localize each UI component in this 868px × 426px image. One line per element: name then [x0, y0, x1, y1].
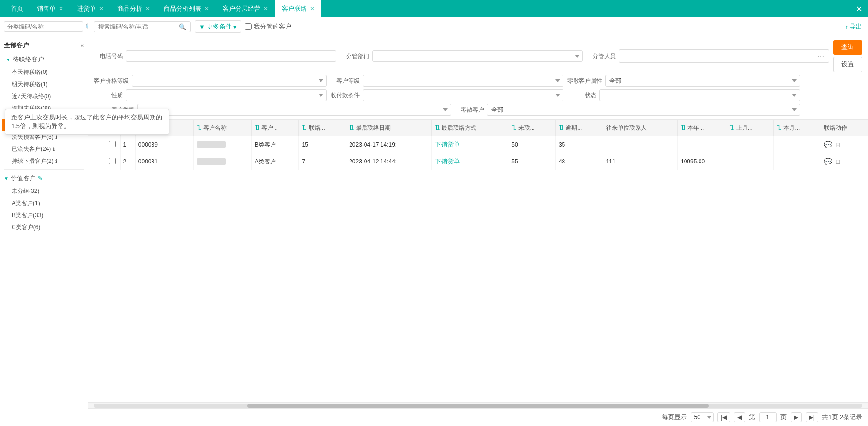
col-sort-method[interactable]: ⇅	[435, 124, 440, 131]
row-method-link-0[interactable]: 下销货单	[435, 141, 460, 148]
col-sort-last-month[interactable]: ⇅	[729, 124, 734, 131]
action-chat-1[interactable]: 💬	[824, 158, 832, 165]
row-check-0	[106, 136, 120, 153]
sidebar-item-today[interactable]: 今天待联络(0)	[0, 66, 88, 78]
sidebar-item-tomorrow[interactable]: 明天待联络(1)	[0, 78, 88, 90]
payment-select[interactable]	[363, 89, 563, 101]
sidebar-item-b-class[interactable]: B类客户(33)	[0, 209, 88, 221]
col-sort-name[interactable]: ⇅	[197, 124, 202, 131]
payment-label: 收付款条件	[331, 91, 360, 100]
col-sort-this-year[interactable]: ⇅	[681, 124, 686, 131]
th-category[interactable]: ⇅ 客户...	[251, 120, 299, 136]
th-this-year[interactable]: ⇅ 本年...	[678, 120, 726, 136]
close-customer-seg-tab[interactable]: ✕	[263, 5, 268, 12]
retail-customer-select[interactable]: 全部	[487, 104, 800, 116]
nav-purchase[interactable]: 进货单 ✕	[70, 0, 110, 17]
more-conditions-button[interactable]: ▼ 更多条件 ▾	[195, 20, 241, 33]
nav-sales[interactable]: 销售单 ✕	[30, 0, 70, 17]
customer-grade-label: 客户等级	[331, 77, 360, 85]
th-contact[interactable]: ⇅ 联络...	[299, 120, 346, 136]
sidebar-pending-contact-section[interactable]: ▼ 待联络客户	[0, 53, 88, 66]
retail-attr-field: 零散客户属性 全部	[567, 75, 800, 87]
th-name[interactable]: ⇅ 客户名称	[193, 120, 251, 136]
col-sort-category[interactable]: ⇅	[255, 124, 260, 131]
info-icon-4: ℹ	[55, 158, 57, 164]
sidebar-item-c-class[interactable]: C类客户(6)	[0, 221, 88, 234]
settings-button[interactable]: 设置	[833, 57, 862, 72]
row-checkbox-0[interactable]	[109, 141, 116, 147]
th-action: 联络动作	[821, 120, 868, 136]
action-chat-0[interactable]: 💬	[824, 141, 832, 148]
sidebar-search-input[interactable]	[4, 21, 83, 32]
sidebar-item-7days[interactable]: 近7天待联络(0)	[0, 90, 88, 103]
export-button[interactable]: ↑ 导出	[845, 22, 863, 31]
person-input-wrap[interactable]: ···	[619, 49, 829, 63]
action-grid-1[interactable]: ⊞	[835, 158, 841, 165]
th-this-month[interactable]: ⇅ 本月...	[774, 120, 821, 136]
th-last-contact-date[interactable]: ⇅ 最后联络日期	[346, 120, 432, 136]
nav-customer-contact[interactable]: 客户联络 ✕	[275, 0, 321, 17]
th-uncontacted[interactable]: ⇅ 未联...	[508, 120, 556, 136]
nav-analysis[interactable]: 商品分析 ✕	[110, 0, 157, 17]
sidebar-item-a-class[interactable]: A类客户(1)	[0, 197, 88, 209]
status-select[interactable]	[599, 89, 800, 101]
sidebar-all-customers[interactable]: 全部客户 «	[0, 38, 88, 53]
row-name-0	[193, 136, 251, 153]
query-button[interactable]: 查询	[833, 40, 862, 55]
horizontal-scrollbar[interactable]	[88, 402, 868, 408]
customer-grade-select[interactable]	[363, 75, 563, 87]
col-sort-this-month[interactable]: ⇅	[777, 124, 782, 131]
close-purchase-tab[interactable]: ✕	[99, 5, 104, 12]
adv-filter-panel: 电话号码 分管部门 分管人员 ··· 查询	[88, 36, 868, 120]
th-unit-contact[interactable]: 往来单位联系人	[603, 120, 677, 136]
sidebar-collapse-btn[interactable]: «	[81, 43, 84, 48]
sidebar-item-declining[interactable]: 持续下滑客户(2) ℹ	[0, 155, 88, 167]
dept-select[interactable]	[372, 50, 583, 62]
last-page-button[interactable]: ▶|	[806, 412, 818, 422]
row-method-link-1[interactable]: 下销货单	[435, 158, 460, 165]
customer-type-select[interactable]	[137, 104, 451, 116]
value-customer-edit-icon[interactable]: ✎	[38, 175, 43, 182]
col-sort-uncontacted[interactable]: ⇅	[511, 124, 517, 131]
table-row: 1 000039 B类客户 15 2023-04-17 14:19: 下销货单 …	[88, 136, 868, 153]
payment-field: 收付款条件	[331, 89, 563, 101]
table-area[interactable]: ⚙ ⇅ 客户编码 ⇅ 客户名称 ⇅ 客户...	[88, 120, 868, 402]
phone-input[interactable]	[126, 50, 336, 62]
close-analysis-list-tab[interactable]: ✕	[204, 5, 209, 12]
nav-home[interactable]: 首页	[4, 0, 30, 17]
nav-customer-seg[interactable]: 客户分层经营 ✕	[216, 0, 275, 17]
nav-analysis-list[interactable]: 商品分析列表 ✕	[157, 0, 216, 17]
sidebar-item-churned[interactable]: 已流失客户(24) ℹ	[0, 143, 88, 155]
next-page-button[interactable]: ▶	[791, 412, 802, 422]
my-customer-checkbox-label[interactable]: 我分管的客户	[245, 22, 291, 31]
th-last-month[interactable]: ⇅ 上月...	[726, 120, 774, 136]
first-page-button[interactable]: |◀	[717, 412, 730, 422]
row-unit-contact-1: 111	[603, 153, 677, 170]
close-customer-contact-tab[interactable]: ✕	[310, 5, 315, 12]
col-sort-overdue[interactable]: ⇅	[559, 124, 564, 131]
per-page-select[interactable]: 10 20 50 100	[691, 412, 714, 422]
row-checkbox-1[interactable]	[109, 158, 116, 164]
th-overdue[interactable]: ⇅ 逾期...	[555, 120, 603, 136]
search-main-input[interactable]	[98, 23, 179, 30]
gender-select[interactable]	[126, 89, 327, 101]
action-grid-0[interactable]: ⊞	[835, 141, 841, 148]
pending-contact-label: 待联络客户	[13, 55, 44, 64]
window-close-button[interactable]: ✕	[856, 4, 862, 14]
retail-attr-select[interactable]: 全部	[605, 75, 800, 87]
sidebar-value-customer-section[interactable]: ▼ 价值客户 ✎	[0, 172, 88, 185]
sidebar-item-ungroups[interactable]: 未分组(32)	[0, 185, 88, 197]
status-label: 状态	[567, 91, 596, 100]
close-sales-tab[interactable]: ✕	[59, 5, 63, 12]
person-dots-icon: ···	[817, 52, 825, 60]
th-last-contact-method[interactable]: ⇅ 最后联络方式	[432, 120, 508, 136]
price-grade-select[interactable]	[132, 75, 327, 87]
page-input[interactable]	[759, 412, 777, 422]
search-main-icon[interactable]: 🔍	[179, 23, 186, 30]
col-sort-contact[interactable]: ⇅	[302, 124, 307, 131]
my-customer-checkbox[interactable]	[245, 23, 252, 30]
close-analysis-tab[interactable]: ✕	[145, 5, 150, 12]
col-sort-date[interactable]: ⇅	[349, 124, 354, 131]
prev-page-button[interactable]: ◀	[734, 412, 745, 422]
data-table: ⚙ ⇅ 客户编码 ⇅ 客户名称 ⇅ 客户...	[88, 120, 868, 170]
